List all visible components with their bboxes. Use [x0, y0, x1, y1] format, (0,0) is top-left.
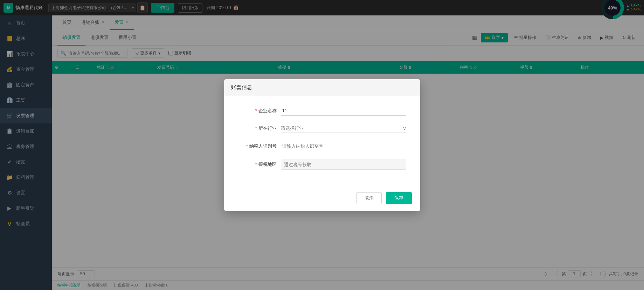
form-row-industry: * 所在行业 ∨ [238, 124, 406, 133]
form-row-tax-region: * 报税地区 [238, 160, 406, 170]
tax-region-required: * [255, 162, 257, 167]
account-info-modal: 账套信息 * 企业名称 * 所在行业 ∨ [224, 79, 420, 211]
company-name-label: * 企业名称 [238, 108, 277, 114]
industry-select-wrap[interactable]: ∨ [281, 124, 406, 133]
industry-dropdown-icon: ∨ [403, 126, 406, 131]
tax-id-required: * [246, 143, 248, 149]
industry-required: * [255, 126, 257, 131]
industry-select-input[interactable] [281, 126, 403, 131]
form-row-tax-id: * 纳税人识别号 [238, 141, 406, 151]
industry-label-text: 所在行业 [258, 126, 277, 131]
save-button[interactable]: 保存 [386, 192, 412, 204]
company-name-required: * [255, 108, 257, 113]
cancel-button[interactable]: 取消 [356, 192, 382, 204]
tax-region-input [281, 160, 406, 170]
modal-header: 账套信息 [224, 79, 420, 96]
tax-region-label-text: 报税地区 [258, 162, 277, 167]
tax-id-input[interactable] [281, 141, 406, 151]
company-name-input[interactable] [281, 106, 406, 116]
tax-id-label-text: 纳税人识别号 [249, 143, 277, 149]
form-row-company-name: * 企业名称 [238, 106, 406, 116]
tax-region-label: * 报税地区 [238, 161, 277, 168]
modal-footer: 取消 保存 [224, 188, 420, 211]
modal-body: * 企业名称 * 所在行业 ∨ * 纳 [224, 96, 420, 188]
industry-label: * 所在行业 [238, 125, 277, 131]
company-name-label-text: 企业名称 [258, 108, 277, 113]
modal-title: 账套信息 [231, 84, 252, 90]
tax-id-label: * 纳税人识别号 [238, 143, 277, 149]
modal-overlay[interactable]: 账套信息 * 企业名称 * 所在行业 ∨ [0, 0, 644, 290]
